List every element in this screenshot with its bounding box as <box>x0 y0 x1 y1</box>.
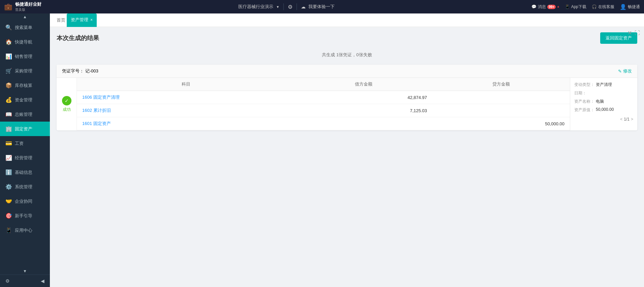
message-badge: 99+ <box>547 5 556 9</box>
scroll-down-arrow[interactable]: ▼ <box>0 268 50 275</box>
table-row: 1602 累计折旧 7,125.03 <box>77 104 570 117</box>
plus-indicator: + <box>557 5 559 9</box>
next-page-icon[interactable]: > <box>631 117 633 122</box>
sidebar-label-sales: 销售管理 <box>15 54 32 60</box>
home-icon: 🏠 <box>5 39 12 45</box>
prev-page-icon[interactable]: < <box>620 117 622 122</box>
sidebar-item-quick-nav[interactable]: 🏠 快捷导航 <box>0 35 50 49</box>
sidebar-item-sales[interactable]: 📊 销售管理 <box>0 49 50 64</box>
dropdown-arrow-icon: ▼ <box>276 5 279 9</box>
try-label[interactable]: 我要体验一下 <box>308 4 335 10</box>
edit-icon: ✎ <box>618 69 622 74</box>
row3-debit <box>295 117 432 130</box>
voucher-header: 凭证字号： 记-003 ✎ 修改 <box>57 65 637 78</box>
app-download-item[interactable]: 📱 App下载 <box>565 4 586 10</box>
sidebar-item-salary[interactable]: 💳 工资 <box>0 136 50 151</box>
app-name: 畅捷通好业财 <box>15 1 41 7</box>
enterprise-icon: 🤝 <box>5 198 12 204</box>
row1-subject: 1606 固定资产清理 <box>77 91 295 104</box>
purchase-icon: 🛒 <box>5 68 12 74</box>
sidebar-item-guide[interactable]: 🎯 新手引导 <box>0 209 50 223</box>
sidebar-item-search[interactable]: 🔍 搜索菜单 <box>0 20 50 35</box>
sidebar-label-app-center: 应用中心 <box>15 227 32 233</box>
app-download-label: App下载 <box>571 4 586 10</box>
change-type-label: 变动类型： <box>574 82 594 88</box>
basic-info-icon: ℹ️ <box>5 169 12 176</box>
sidebar-item-purchase[interactable]: 🛒 采购管理 <box>0 64 50 78</box>
divider <box>283 3 284 10</box>
sidebar-item-management[interactable]: 📈 经营管理 <box>0 151 50 165</box>
voucher-number-area: 凭证字号： 记-003 <box>62 68 98 74</box>
sidebar-label-ledger: 总账管理 <box>15 111 32 118</box>
tab-bar: 首页 资产管理 × <box>50 13 644 27</box>
message-item[interactable]: 💬 消息 99+ + <box>531 4 559 10</box>
sidebar-item-app-center[interactable]: 📱 应用中心 <box>0 223 50 237</box>
date-row: 日期： <box>574 90 633 96</box>
sidebar-item-basic-info[interactable]: ℹ️ 基础信息 <box>0 165 50 180</box>
original-value-row: 资产原值： 50,000.00 <box>574 107 633 113</box>
voucher-table-area: 科目 借方金额 贷方金额 1606 固定资产清理 42,874.97 <box>77 78 570 130</box>
sidebar-collapse-icon[interactable]: ◀ <box>41 278 44 284</box>
sidebar-label-management: 经营管理 <box>15 155 32 161</box>
sales-icon: 📊 <box>5 53 12 60</box>
voucher-body: ✓ 成功 科目 借方金额 贷方金额 <box>57 78 637 130</box>
divider2 <box>297 3 297 10</box>
voucher-right-panel: 变动类型： 资产清理 日期： 资产名称： 电脑 资产原值： <box>570 78 637 130</box>
date-label: 日期： <box>574 90 586 96</box>
table-row: 1601 固定资产 50,000.00 <box>77 117 570 130</box>
sidebar-label-search: 搜索菜单 <box>15 25 32 31</box>
voucher-table: 科目 借方金额 贷方金额 1606 固定资产清理 42,874.97 <box>77 78 570 130</box>
voucher-number: 记-003 <box>85 68 98 73</box>
col-subject: 科目 <box>77 78 295 91</box>
search-icon: 🔍 <box>5 24 12 31</box>
user-item[interactable]: 👤 畅捷通 <box>620 4 640 10</box>
change-type-row: 变动类型： 资产清理 <box>574 82 633 88</box>
success-icon: ✓ <box>62 96 71 105</box>
row1-debit: 42,874.97 <box>295 91 432 104</box>
sidebar-item-enterprise[interactable]: 🤝 企业协同 <box>0 194 50 209</box>
row2-debit: 7,125.03 <box>295 104 432 117</box>
user-name: 畅捷通 <box>628 4 640 10</box>
home-tab[interactable]: 首页 <box>57 17 65 23</box>
tab-close-icon[interactable]: × <box>90 18 93 22</box>
inventory-icon: 📦 <box>5 82 12 89</box>
sidebar-item-finance[interactable]: 💰 资金管理 <box>0 93 50 107</box>
company-name: 医疗器械行业演示 <box>238 4 273 10</box>
tab-asset-mgmt[interactable]: 资产管理 × <box>67 13 97 27</box>
company-selector[interactable]: 医疗器械行业演示 ▼ ⚙ ☁ 我要体验一下 <box>238 3 335 10</box>
sidebar-label-basic-info: 基础信息 <box>15 169 32 176</box>
online-service-item[interactable]: 🎧 在线客服 <box>592 4 614 10</box>
close-window-button[interactable]: ✕ <box>627 30 632 36</box>
cloud-icon: ☁ <box>301 4 306 9</box>
summary-text: 共生成 1张凭证，0张失败 <box>322 52 372 57</box>
sidebar-item-fixed-assets[interactable]: 🏢 固定资产 <box>0 122 50 136</box>
sidebar-item-ledger[interactable]: 📖 总账管理 <box>0 107 50 122</box>
salary-icon: 💳 <box>5 140 12 147</box>
original-value-value: 50,000.00 <box>596 107 614 113</box>
sidebar-item-inventory[interactable]: 📦 库存核算 <box>0 78 50 93</box>
row1-credit <box>432 91 570 104</box>
page-header: 本次生成的结果 返回固定资产 <box>57 32 637 44</box>
original-value-label: 资产原值： <box>574 107 594 113</box>
breadcrumb: 首页 <box>55 17 67 23</box>
guide-icon: 🎯 <box>5 213 12 219</box>
edit-button[interactable]: ✎ 修改 <box>618 68 632 74</box>
asset-name-value: 电脑 <box>596 99 604 104</box>
row2-credit <box>432 104 570 117</box>
app-version: 普及版 <box>15 7 41 12</box>
sidebar-bottom: ⚙ ◀ <box>0 275 50 287</box>
scroll-up-arrow[interactable]: ▲ <box>0 13 50 20</box>
sidebar-label-purchase: 采购管理 <box>15 68 32 74</box>
page-title: 本次生成的结果 <box>57 34 99 42</box>
table-header-row: 科目 借方金额 贷方金额 <box>77 78 570 91</box>
row3-credit: 50,000.00 <box>432 117 570 130</box>
sidebar-settings-icon[interactable]: ⚙ <box>5 278 10 284</box>
edit-label: 修改 <box>623 68 632 74</box>
asset-name-label: 资产名称： <box>574 99 594 104</box>
ledger-icon: 📖 <box>5 111 12 118</box>
settings-icon[interactable]: ⚙ <box>288 4 293 10</box>
expand-window-button[interactable]: ⛶ <box>635 30 640 36</box>
row3-subject: 1601 固定资产 <box>77 117 295 130</box>
sidebar-item-system[interactable]: ⚙️ 系统管理 <box>0 180 50 194</box>
user-icon: 👤 <box>620 4 626 10</box>
